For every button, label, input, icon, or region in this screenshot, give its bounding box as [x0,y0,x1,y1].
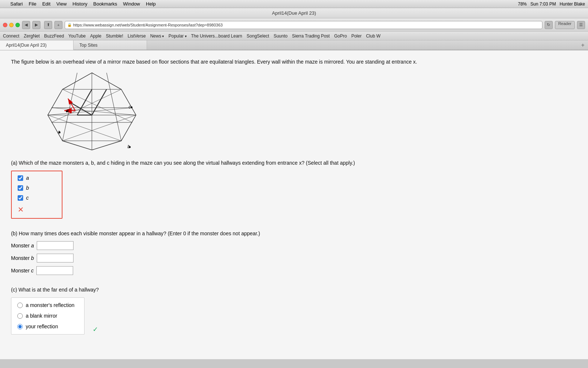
part-b-section: (b) How many times does each visible mon… [11,230,577,275]
question-intro: The figure below is an overhead view of … [11,58,577,66]
svg-line-8 [107,73,121,141]
window-title: April14(Due April 23) [272,10,316,16]
radio-blank-mirror[interactable] [17,313,23,319]
radio-blank-mirror-label: a blank mirror [26,312,57,320]
tab-april14[interactable]: April14(Due April 23) [0,40,74,50]
monster-c-input[interactable] [36,266,73,275]
checkbox-a[interactable] [18,175,23,181]
menu-edit[interactable]: Edit [42,1,50,7]
bookmark-youtube[interactable]: YouTube [68,33,86,39]
part-a-checkbox-group: a b c ✕ [11,171,62,219]
part-c-radio-group: a monster's reflection a blank mirror yo… [11,297,85,335]
back-button[interactable]: ◀ [22,21,30,29]
bookmark-songselect[interactable]: SongSelect [247,33,269,39]
maze-container: x c b a [40,71,577,152]
bookmark-poler[interactable]: Poler [351,33,362,39]
radio-your-reflection[interactable] [17,324,23,329]
svg-line-6 [62,73,77,141]
bookmark-suunto[interactable]: Suunto [273,33,287,39]
menu-bookmarks[interactable]: Bookmarks [93,1,117,7]
user-name: Hunter Blake [560,1,585,7]
bookmark-connect[interactable]: Connect [3,33,19,39]
monster-a-row: Monster a [11,241,577,250]
traffic-lights [3,23,20,27]
part-b-label: (b) How many times does each visible mon… [11,230,577,237]
menubar-right: 78% Sun 7:03 PM Hunter Blake [518,1,585,7]
svg-point-30 [59,132,61,133]
monster-b-label: Monster b [11,254,34,262]
bookmark-stumble[interactable]: Stumble! [106,33,123,39]
svg-line-18 [70,102,92,115]
radio-your-reflection-label: your reflection [26,323,58,331]
part-c-label: (c) What is at the far end of a hallway? [11,286,577,294]
menu-view[interactable]: View [56,1,67,7]
checkbox-b[interactable] [18,185,23,191]
add-tab-button[interactable]: + [578,40,588,50]
tab-topsites-label: Top Sites [79,43,97,48]
bookmark-listverse[interactable]: ListVerse [128,33,146,39]
new-tab-button[interactable]: + [54,21,62,29]
svg-line-12 [51,89,121,122]
maximize-button[interactable] [15,23,20,27]
monster-a-input[interactable] [37,241,74,250]
mac-menubar: Safari File Edit View History Bookmarks … [0,0,588,8]
forward-button[interactable]: ▶ [32,21,40,29]
svg-point-26 [131,107,133,108]
share-button[interactable]: ⬆ [44,21,52,29]
checkbox-row-b: b [18,184,56,192]
safari-titlebar: April14(Due April 23) [0,8,588,18]
maze-diagram: x c b a [40,71,143,152]
tab-topsites[interactable]: Top Sites [74,40,147,50]
checkbox-c[interactable] [18,195,23,201]
part-c-correct-icon: ✓ [93,325,98,335]
lock-icon: 🔒 [67,23,72,27]
checkbox-c-label: c [26,194,29,202]
menu-history[interactable]: History [72,1,87,7]
svg-text:c: c [129,104,131,110]
monster-c-row: Monster c [11,266,577,275]
reload-button[interactable]: ↻ [545,21,553,29]
part-a-error-icon: ✕ [18,204,56,215]
bookmarks-bar: Connect ZergNet BuzzFeed YouTube Apple S… [0,32,588,40]
tab-april14-label: April14(Due April 23) [6,43,47,48]
bookmark-popular[interactable]: Popular [168,33,186,39]
svg-point-28 [129,146,131,148]
menu-help[interactable]: Help [146,1,156,7]
bookmark-sierra[interactable]: Sierra Trading Post [292,33,330,39]
tab-spacer [147,40,578,50]
part-a-section: (a) Which of the maze monsters a, b, and… [11,159,577,219]
checkbox-a-label: a [26,174,29,182]
svg-point-24 [66,111,68,112]
part-a-label: (a) Which of the maze monsters a, b, and… [11,159,577,167]
svg-line-13 [62,115,136,141]
bookmark-gopro[interactable]: GoPro [334,33,347,39]
bookmark-zergnet[interactable]: ZergNet [24,33,40,39]
monster-c-label: Monster c [11,267,33,275]
part-c-section: (c) What is at the far end of a hallway?… [11,286,577,335]
radio-monsters-reflection[interactable] [17,303,23,308]
menu-safari[interactable]: Safari [10,1,23,7]
tabs-bar: April14(Due April 23) Top Sites + [0,40,588,50]
close-button[interactable] [3,23,7,27]
clock: Sun 7:03 PM [530,1,556,7]
menu-window[interactable]: Window [123,1,140,7]
bookmark-univers[interactable]: The Univers...board Learn [191,33,242,39]
monster-b-row: Monster b [11,254,577,262]
bookmark-news[interactable]: News [150,33,164,39]
monster-b-input[interactable] [37,254,74,262]
bookmark-apple[interactable]: Apple [90,33,101,39]
safari-chrome: April14(Due April 23) ◀ ▶ ⬆ + 🔒 https://… [0,8,588,50]
checkbox-row-a: a [18,174,56,182]
menu-file[interactable]: File [29,1,36,7]
reader-button[interactable]: Reader [555,21,575,29]
radio-row-blank-mirror: a blank mirror [17,312,78,320]
radio-row-your-reflection: your reflection [17,323,78,331]
address-bar[interactable]: 🔒 https://www.webassign.net/web/Student/… [65,21,542,29]
checkbox-b-label: b [26,184,29,192]
url-text: https://www.webassign.net/web/Student/As… [73,23,223,27]
bookmark-buzzfeed[interactable]: BuzzFeed [44,33,64,39]
battery-indicator: 78% [518,1,527,7]
sidebar-button[interactable]: ☰ [577,21,585,29]
bookmark-clubw[interactable]: Club W [366,33,380,39]
minimize-button[interactable] [9,23,14,27]
